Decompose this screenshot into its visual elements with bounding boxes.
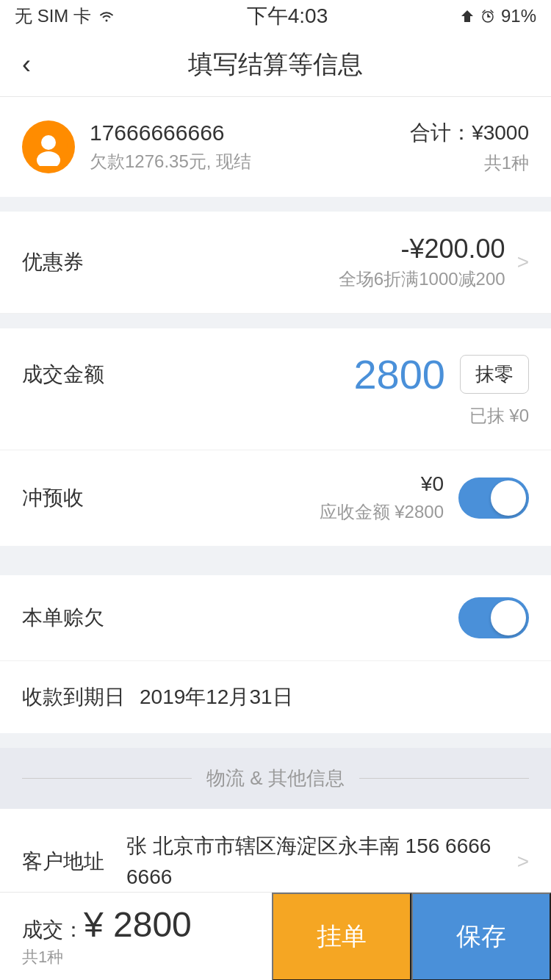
content: 17666666666 欠款1276.35元, 现结 合计：¥3000 共1种 … <box>0 97 551 980</box>
pending-button[interactable]: 挂单 <box>272 893 411 981</box>
debt-toggle[interactable] <box>458 597 529 638</box>
address-chevron-icon: > <box>517 850 529 873</box>
status-bar: 无 SIM 卡 下午4:03 91% <box>0 0 551 32</box>
wifi-icon <box>98 10 115 22</box>
divider-3 <box>0 546 551 561</box>
deal-amount-section: 成交金额 2800 抹零 已抹 ¥0 <box>0 328 551 450</box>
user-count: 共1种 <box>410 151 529 175</box>
section-header: 物流 & 其他信息 <box>0 748 551 809</box>
section-header-text: 物流 & 其他信息 <box>206 765 345 791</box>
alarm-icon <box>480 9 495 24</box>
svg-point-2 <box>41 135 56 150</box>
bottom-summary: 成交：¥ 2800 共1种 <box>0 904 272 968</box>
round-button[interactable]: 抹零 <box>460 355 529 394</box>
debt-section: 本单赊欠 <box>0 575 551 660</box>
prepay-top: 冲预收 ¥0 应收金额 ¥2800 <box>22 472 529 524</box>
user-phone: 17666666666 <box>90 120 251 145</box>
page-title: 填写结算等信息 <box>188 48 363 82</box>
debt-label: 本单赊欠 <box>22 604 104 632</box>
coupon-desc: 全场6折满1000减200 <box>339 267 505 291</box>
prepay-amount: ¥0 <box>320 472 444 496</box>
prepay-toggle[interactable] <box>458 478 529 519</box>
bottom-deal-amount: ¥ 2800 <box>84 905 192 944</box>
coupon-row[interactable]: 优惠券 -¥200.00 全场6折满1000减200 > <box>0 212 551 314</box>
bottom-deal-count: 共1种 <box>22 946 250 968</box>
header-line-left <box>22 778 192 779</box>
user-left: 17666666666 欠款1276.35元, 现结 <box>22 120 251 173</box>
duedate-section: 收款到期日 2019年12月31日 <box>0 660 551 733</box>
total-amount: ¥3000 <box>472 121 529 144</box>
total-label: 合计： <box>410 121 472 144</box>
divider-2 <box>0 314 551 328</box>
status-left: 无 SIM 卡 <box>15 4 115 28</box>
status-time: 下午4:03 <box>247 2 328 30</box>
prepay-label: 冲预收 <box>22 484 84 512</box>
prepay-section: 冲预收 ¥0 应收金额 ¥2800 <box>0 450 551 546</box>
duedate-label: 收款到期日 <box>22 683 125 711</box>
avatar <box>22 120 75 173</box>
deal-sub: 已抹 ¥0 <box>22 404 529 428</box>
user-card: 17666666666 欠款1276.35元, 现结 合计：¥3000 共1种 <box>0 97 551 197</box>
deal-amount-value: 2800 <box>353 350 445 398</box>
save-button[interactable]: 保存 <box>411 893 551 981</box>
coupon-amount: -¥200.00 <box>339 234 505 264</box>
address-label: 客户地址 <box>22 848 104 876</box>
sim-status: 无 SIM 卡 <box>15 4 91 28</box>
coupon-right: -¥200.00 全场6折满1000减200 > <box>339 234 529 291</box>
status-right: 91% <box>460 6 536 26</box>
divider-1 <box>0 197 551 212</box>
deal-row: 成交金额 2800 抹零 <box>22 350 529 398</box>
location-icon <box>460 9 475 24</box>
avatar-icon <box>29 128 68 166</box>
bottom-bar: 成交：¥ 2800 共1种 挂单 保存 <box>0 892 551 980</box>
chevron-right-icon: > <box>517 251 529 274</box>
user-info: 17666666666 欠款1276.35元, 现结 <box>90 120 251 173</box>
deal-label: 成交金额 <box>22 361 104 389</box>
header-line-right <box>359 778 529 779</box>
prepay-right: ¥0 应收金额 ¥2800 <box>320 472 529 524</box>
coupon-label: 优惠券 <box>22 248 84 276</box>
bottom-deal-row: 成交：¥ 2800 <box>22 904 250 945</box>
battery-level: 91% <box>501 6 536 26</box>
deal-right: 2800 抹零 <box>353 350 529 398</box>
address-value: 张 北京市市辖区海淀区永丰南 156 6666 6666 <box>126 831 517 893</box>
back-button[interactable]: ‹ <box>22 49 31 80</box>
prepay-sub: 应收金额 ¥2800 <box>320 500 444 524</box>
user-total: 合计：¥3000 <box>410 119 529 147</box>
bottom-deal-label: 成交： <box>22 918 84 941</box>
user-right: 合计：¥3000 共1种 <box>410 119 529 175</box>
user-sub-text: 欠款1276.35元, 现结 <box>90 150 251 173</box>
duedate-value: 2019年12月31日 <box>140 683 293 711</box>
nav-bar: ‹ 填写结算等信息 <box>0 32 551 97</box>
